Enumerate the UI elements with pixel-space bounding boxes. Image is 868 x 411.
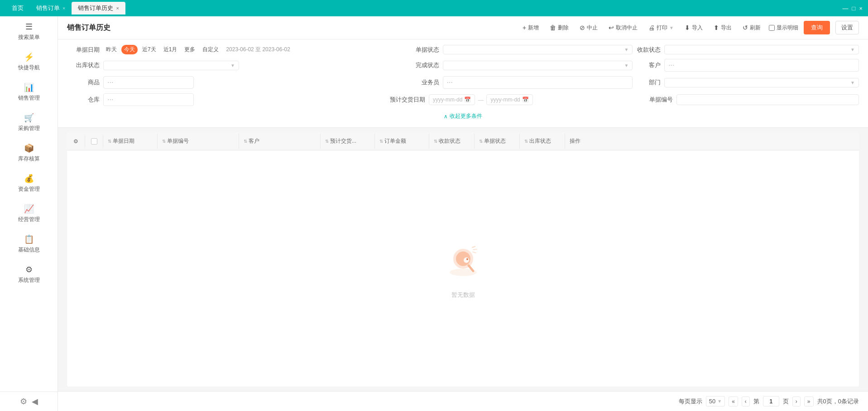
refresh-label: 刷新: [750, 24, 761, 32]
sidebar-item-base-info[interactable]: 📋 基础信息: [0, 229, 58, 259]
close-window-btn[interactable]: ×: [859, 5, 863, 12]
doc-no-input[interactable]: [676, 94, 859, 105]
sidebar-item-purchase-mgmt[interactable]: 🛒 采购管理: [0, 107, 58, 138]
display-columns-checkbox[interactable]: [769, 25, 775, 31]
sidebar-item-search-menu-label: 搜索菜单: [18, 34, 40, 41]
print-button[interactable]: 🖨 打印 ▼: [646, 22, 676, 34]
sidebar-item-ops-mgmt-label: 经营管理: [18, 216, 40, 223]
sort-icon-amount: ⇅: [379, 139, 383, 144]
delivery-date-end[interactable]: yyyy-mm-dd 📅: [486, 94, 532, 105]
date-btn-custom[interactable]: 自定义: [200, 45, 221, 54]
sidebar-item-capital-mgmt[interactable]: 💰 资金管理: [0, 168, 58, 198]
sidebar-item-ops-mgmt[interactable]: 📈 经营管理: [0, 198, 58, 229]
print-dropdown-icon: ▼: [669, 25, 674, 30]
date-btn-last1month[interactable]: 近1月: [161, 45, 180, 54]
tab-sales-history-label: 销售订单历史: [78, 4, 113, 12]
jump-label: 第: [753, 397, 759, 406]
sidebar-item-search-menu[interactable]: ☰ 搜索菜单: [0, 16, 58, 47]
salesperson-input[interactable]: ···: [443, 76, 633, 89]
sort-icon-receipt: ⇅: [434, 139, 437, 144]
th-doc-no-label: 单据编号: [167, 137, 189, 145]
th-receipt-status[interactable]: ⇅ 收款状态: [429, 134, 475, 149]
cancel-stop-button[interactable]: ↩ 取消中止: [606, 22, 640, 34]
gear-icon: ⚙: [73, 138, 78, 145]
sidebar-settings-icon[interactable]: ⚙: [20, 396, 27, 406]
main-layout: ☰ 搜索菜单 ⚡ 快捷导航 📊 销售管理 🛒 采购管理 📦 库存核算 💰 资金管…: [0, 16, 868, 411]
calendar-icon-end: 📅: [522, 97, 529, 103]
complete-status-select[interactable]: ▼: [443, 61, 633, 70]
stop-button[interactable]: ⊘ 中止: [577, 22, 600, 34]
export-button[interactable]: ⬆ 导出: [711, 22, 734, 34]
filter-doc-date: 单据日期 昨天 今天 近7天 近1月 更多 自定义 2023-06-02 至 2…: [67, 45, 407, 54]
sidebar-item-sales-mgmt[interactable]: 📊 销售管理: [0, 77, 58, 107]
import-button[interactable]: ⬇ 导入: [682, 22, 705, 34]
tab-sales-history-close[interactable]: ×: [116, 5, 119, 11]
page-size-label: 每页显示: [679, 397, 702, 406]
last-page-btn[interactable]: »: [804, 396, 814, 406]
quick-nav-icon: ⚡: [24, 52, 34, 62]
filter-row-1: 单据日期 昨天 今天 近7天 近1月 更多 自定义 2023-06-02 至 2…: [67, 45, 859, 54]
customer-input[interactable]: ···: [664, 59, 859, 72]
th-doc-date-label: 单据日期: [113, 137, 134, 145]
th-out-status[interactable]: ⇅ 出库状态: [520, 134, 565, 149]
display-columns-toggle[interactable]: 显示明细: [769, 24, 798, 32]
th-doc-status-label: 单据状态: [484, 137, 506, 145]
collapse-button[interactable]: ∧ 收起更多条件: [67, 111, 859, 122]
current-page-input[interactable]: [763, 396, 779, 406]
date-btn-yesterday[interactable]: 昨天: [103, 45, 120, 54]
svg-line-6: [472, 247, 475, 247]
date-btn-today[interactable]: 今天: [121, 45, 138, 54]
delivery-date-start[interactable]: yyyy-mm-dd 📅: [429, 94, 475, 105]
th-doc-date[interactable]: ⇅ 单据日期: [103, 134, 158, 149]
out-status-select[interactable]: ▼: [103, 61, 239, 70]
filter-delivery-date: 预计交货日期 yyyy-mm-dd 📅 — yyyy-mm-dd 📅: [388, 94, 645, 105]
query-button[interactable]: 查询: [804, 21, 830, 34]
sidebar-item-quick-nav[interactable]: ⚡ 快捷导航: [0, 47, 58, 77]
doc-status-select[interactable]: ▼: [443, 45, 633, 54]
department-chevron: ▼: [850, 80, 855, 85]
page-size-select[interactable]: 50 ▼: [706, 396, 725, 406]
settings-button[interactable]: 设置: [835, 21, 859, 34]
warehouse-input[interactable]: ···: [103, 93, 194, 106]
date-btn-more[interactable]: 更多: [182, 45, 198, 54]
sidebar-item-quick-nav-label: 快捷导航: [18, 64, 40, 72]
th-check[interactable]: [85, 135, 103, 148]
product-input[interactable]: ···: [103, 76, 194, 89]
content-area: 销售订单历史 + 新增 🗑 删除 ⊘ 中止 ↩ 取消中止: [58, 16, 868, 411]
sidebar-item-base-info-label: 基础信息: [18, 246, 40, 254]
sidebar-item-capital-mgmt-label: 资金管理: [18, 185, 40, 193]
sidebar-item-inventory-label: 库存核算: [18, 155, 40, 163]
purchase-mgmt-icon: 🛒: [24, 113, 34, 123]
select-all-checkbox[interactable]: [91, 138, 97, 145]
next-page-btn[interactable]: ›: [792, 396, 801, 406]
tab-home[interactable]: 首页: [5, 4, 30, 12]
add-button[interactable]: + 新增: [520, 22, 542, 34]
tab-sales-order[interactable]: 销售订单 ×: [30, 2, 72, 15]
th-doc-status[interactable]: ⇅ 单据状态: [475, 134, 520, 149]
page-size-chevron: ▼: [717, 399, 722, 404]
prev-page-btn[interactable]: ‹: [742, 396, 750, 406]
refresh-button[interactable]: ↺ 刷新: [740, 22, 763, 34]
date-btn-last7[interactable]: 近7天: [139, 45, 159, 54]
th-gear[interactable]: ⚙: [67, 135, 85, 148]
tab-sales-order-close[interactable]: ×: [62, 5, 65, 11]
sidebar-collapse-icon[interactable]: ◀: [32, 396, 38, 406]
sys-mgmt-icon: ⚙: [25, 265, 33, 275]
sidebar-item-inventory[interactable]: 📦 库存核算: [0, 138, 58, 168]
th-amount[interactable]: ⇅ 订单金额: [375, 134, 429, 149]
delete-button[interactable]: 🗑 删除: [547, 22, 571, 34]
tab-sales-history[interactable]: 销售订单历史 ×: [72, 2, 125, 15]
th-delivery-date[interactable]: ⇅ 预计交货...: [321, 134, 375, 149]
receipt-status-select[interactable]: ▼: [664, 45, 859, 54]
maximize-btn[interactable]: □: [852, 5, 856, 12]
th-doc-no[interactable]: ⇅ 单据编号: [158, 134, 239, 149]
sidebar-item-sys-mgmt[interactable]: ⚙ 系统管理: [0, 259, 58, 290]
display-columns-label: 显示明细: [777, 24, 798, 32]
complete-status-chevron: ▼: [624, 63, 628, 68]
svg-line-7: [473, 249, 477, 250]
minimize-btn[interactable]: —: [843, 5, 849, 12]
page-size-value: 50: [709, 398, 715, 405]
first-page-btn[interactable]: «: [729, 396, 738, 406]
th-customer[interactable]: ⇅ 客户: [239, 134, 321, 149]
department-select[interactable]: ▼: [664, 78, 859, 87]
